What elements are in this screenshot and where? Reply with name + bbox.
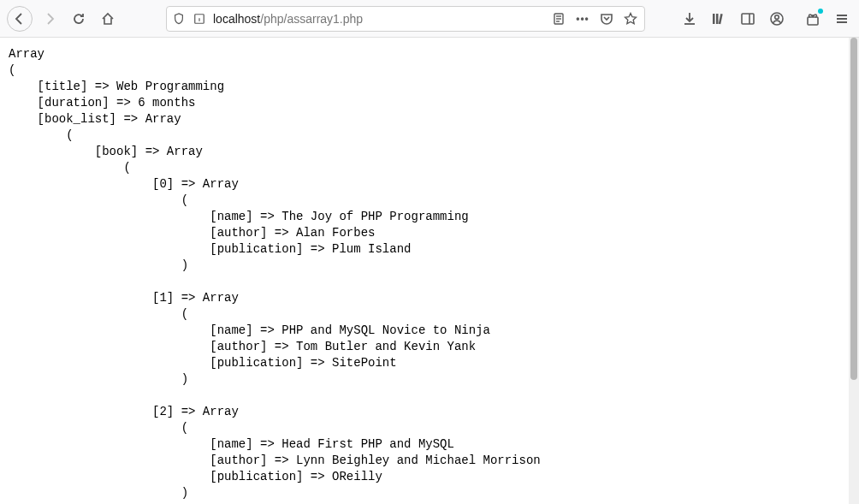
menu-icon[interactable] [832, 9, 852, 29]
svg-rect-10 [719, 13, 723, 23]
svg-rect-8 [713, 14, 715, 24]
sidebar-icon[interactable] [738, 9, 758, 29]
address-bar[interactable]: localhost/php/assarray1.php ••• [166, 6, 645, 32]
library-icon[interactable] [708, 9, 729, 29]
page-content: Array ( [title] => Web Programming [dura… [0, 38, 859, 504]
url-actions: ••• [550, 10, 639, 27]
shield-icon [172, 12, 186, 26]
home-button[interactable] [96, 7, 120, 31]
scrollbar-thumb[interactable] [850, 38, 857, 380]
url-text: localhost/php/assarray1.php [213, 12, 543, 26]
forward-button [38, 7, 62, 31]
page-actions-icon[interactable]: ••• [574, 10, 591, 27]
url-host: localhost [213, 12, 260, 26]
downloads-icon[interactable] [679, 9, 700, 29]
reader-mode-icon[interactable] [550, 10, 567, 27]
browser-toolbar: localhost/php/assarray1.php ••• [0, 0, 859, 38]
whats-new-icon[interactable] [803, 9, 823, 29]
svg-rect-9 [716, 14, 719, 24]
back-button[interactable] [7, 6, 33, 32]
php-print-r-output: Array ( [title] => Web Programming [dura… [9, 46, 859, 504]
reload-button[interactable] [67, 7, 91, 31]
toolbar-right [679, 9, 852, 29]
account-icon[interactable] [767, 9, 787, 29]
svg-rect-11 [742, 14, 754, 24]
svg-rect-15 [808, 17, 818, 25]
vertical-scrollbar[interactable] [849, 38, 859, 504]
bookmark-star-icon[interactable] [622, 10, 639, 27]
pocket-icon[interactable] [598, 10, 615, 27]
svg-point-14 [775, 15, 779, 19]
url-path: /php/assarray1.php [260, 12, 363, 26]
info-icon[interactable] [193, 12, 206, 26]
notification-dot-icon [818, 9, 823, 14]
